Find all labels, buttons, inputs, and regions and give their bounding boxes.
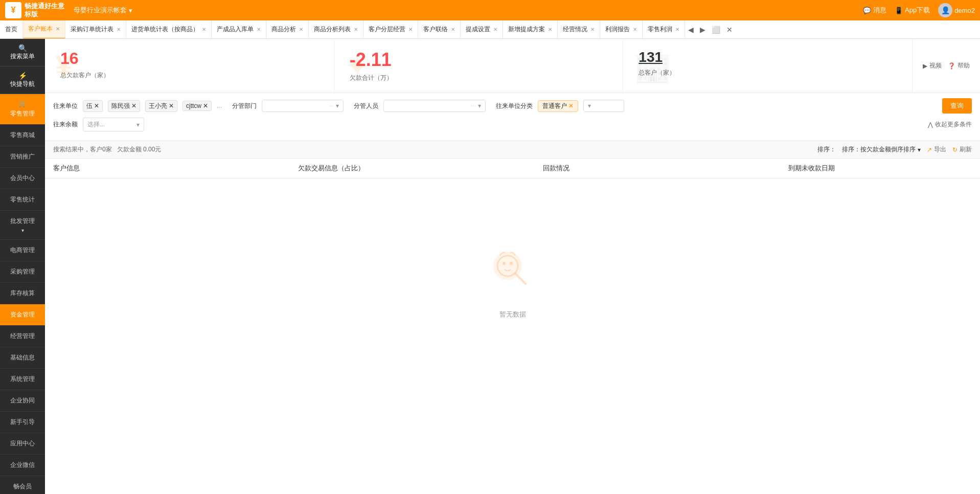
tab-business-overview[interactable]: 经营情况 ✕: [558, 20, 600, 39]
tab-maximize[interactable]: ⬜: [709, 26, 723, 34]
table-header-due-date: 到期未收款日期: [788, 164, 972, 173]
debt-customers-value: 16: [60, 49, 79, 68]
close-icon[interactable]: ✕: [548, 27, 552, 32]
app-center-label: 应用中心: [10, 439, 35, 448]
video-btn[interactable]: ▶ 视频: [923, 61, 942, 70]
balance-placeholder: 选择...: [87, 120, 134, 129]
sidebar-item-inventory[interactable]: 库存核算: [0, 283, 45, 304]
filter-more-units[interactable]: ...: [217, 102, 222, 109]
store-selector[interactable]: 母婴行业演示帐套 ▾: [74, 6, 132, 15]
sidebar-item-member[interactable]: 会员中心: [0, 168, 45, 189]
remove-normal-btn[interactable]: ✕: [568, 102, 574, 109]
remove-cjttcw-btn[interactable]: ✕: [203, 102, 208, 109]
close-icon[interactable]: ✕: [354, 27, 358, 32]
sidebar-item-guide[interactable]: 新手引导: [0, 412, 45, 433]
sidebar-item-retail-mall[interactable]: 零售商城: [0, 125, 45, 146]
table-header-payment: 回款情况: [543, 164, 788, 173]
sidebar-item-retail[interactable]: 🛒 零售管理: [0, 94, 45, 125]
tab-retail-profit[interactable]: 零售利润 ✕: [643, 20, 685, 39]
message-icon: 💬: [863, 7, 871, 14]
tab-scroll-left[interactable]: ◀: [685, 26, 697, 34]
video-icon: ▶: [923, 62, 927, 70]
tab-customer-segmentation[interactable]: 客户分层经营 ✕: [363, 20, 418, 39]
remove-wu-btn[interactable]: ✕: [94, 102, 99, 109]
tab-scroll-right[interactable]: ▶: [697, 26, 709, 34]
tab-new-commission[interactable]: 新增提成方案 ✕: [503, 20, 558, 39]
tab-home[interactable]: 首页: [0, 20, 23, 39]
svg-point-3: [503, 262, 506, 265]
sidebar-quick-nav-label: 快捷导航: [4, 80, 41, 88]
sidebar-item-enterprise[interactable]: 企业协同: [0, 390, 45, 412]
help-icon: ❓: [948, 62, 955, 70]
sidebar-item-wholesale[interactable]: 批发管理 ▾: [0, 211, 45, 240]
sidebar-item-vip[interactable]: 畅会员: [0, 476, 45, 494]
collapse-label: 收起更多条件: [935, 120, 972, 129]
collapse-btn[interactable]: ⋀ 收起更多条件: [928, 120, 972, 129]
chevron-down-icon: ▾: [129, 7, 132, 14]
result-bar: 搜索结果中，客户0家 欠款金额 0.00元 排序： 排序：按欠款金额倒序排序 ▾…: [45, 141, 980, 159]
close-icon[interactable]: ✕: [590, 27, 595, 32]
balance-select[interactable]: 选择... ▾: [83, 118, 144, 131]
tab-commission-settings[interactable]: 提成设置 ✕: [461, 20, 503, 39]
close-icon[interactable]: ✕: [202, 27, 206, 32]
empty-text: 暂无数据: [499, 310, 526, 319]
sidebar-item-app-center[interactable]: 应用中心: [0, 433, 45, 455]
close-icon[interactable]: ✕: [56, 26, 60, 32]
dept-select[interactable]: ··· ▾: [262, 100, 344, 112]
svg-line-2: [515, 274, 526, 284]
unit-type-select[interactable]: ▾: [583, 100, 624, 112]
dept-more-icon: ···: [329, 102, 334, 109]
close-icon[interactable]: ✕: [117, 27, 121, 32]
enterprise-label: 企业协同: [10, 396, 35, 405]
tab-customer-segmentation-label: 客户分层经营: [369, 25, 405, 34]
content-area: ¥ 16 总欠款客户（家） ✦ -2.11 欠款合计（万） 🏢 131 总客户（…: [45, 39, 980, 494]
tab-product-analysis-list[interactable]: 商品分析列表 ✕: [309, 20, 363, 39]
filter-area: 往来单位 伍 ✕ 陈民强 ✕ 王小亮 ✕ cjttcw ✕: [45, 93, 980, 141]
tab-purchase-order[interactable]: 采购订单统计表 ✕: [65, 20, 126, 39]
query-button[interactable]: 查询: [942, 98, 972, 114]
sort-select[interactable]: 排序：按欠款金额倒序排序 ▾: [842, 145, 921, 154]
debt-total-value: -2.11: [350, 49, 392, 71]
tab-inbound-stats-label: 进货单统计表（按商品）: [131, 25, 199, 34]
sidebar-quick-nav[interactable]: ⚡ 快捷导航: [0, 66, 45, 94]
sidebar-item-wechat[interactable]: 企业微信: [0, 455, 45, 476]
close-icon[interactable]: ✕: [408, 27, 413, 32]
tab-profit-report[interactable]: 利润报告 ✕: [600, 20, 643, 39]
remove-chen-btn[interactable]: ✕: [131, 102, 136, 109]
message-btn[interactable]: 💬 消息: [863, 6, 886, 15]
export-btn[interactable]: ↗ 导出: [927, 145, 946, 154]
close-icon[interactable]: ✕: [675, 27, 679, 32]
tab-close-all[interactable]: ✕: [723, 26, 736, 34]
sidebar-item-ecommerce[interactable]: 电商管理: [0, 240, 45, 261]
tab-customer-ledger[interactable]: 客户账本 ✕: [23, 20, 65, 39]
sidebar-item-retail-stats[interactable]: 零售统计: [0, 189, 45, 211]
sidebar-search[interactable]: 🔍 搜索菜单: [0, 39, 45, 66]
unit-type-filter-label: 往来单位分类: [496, 102, 533, 110]
person-select[interactable]: ··· ▾: [383, 100, 486, 112]
close-icon[interactable]: ✕: [257, 27, 261, 32]
remove-wang-btn[interactable]: ✕: [169, 102, 174, 109]
sidebar-item-system[interactable]: 系统管理: [0, 369, 45, 390]
sidebar-item-base-info[interactable]: 基础信息: [0, 347, 45, 369]
tab-product-inbound[interactable]: 产成品入库单 ✕: [212, 20, 266, 39]
sidebar-item-finance[interactable]: 资金管理: [0, 304, 45, 326]
close-icon[interactable]: ✕: [633, 27, 637, 32]
logo-icon: ¥: [5, 2, 21, 18]
sidebar-item-marketing[interactable]: 营销推广: [0, 146, 45, 168]
app-download-btn[interactable]: 📱 App下载: [895, 6, 930, 15]
close-icon[interactable]: ✕: [451, 27, 455, 32]
close-icon[interactable]: ✕: [493, 27, 497, 32]
refresh-btn[interactable]: ↻ 刷新: [952, 145, 972, 154]
close-icon[interactable]: ✕: [299, 27, 303, 32]
tab-inbound-stats[interactable]: 进货单统计表（按商品） ✕: [126, 20, 212, 39]
help-btn[interactable]: ❓ 帮助: [948, 61, 970, 70]
sidebar-item-business[interactable]: 经营管理: [0, 326, 45, 347]
finance-label: 资金管理: [10, 310, 35, 319]
tab-customer-contact[interactable]: 客户联络 ✕: [418, 20, 461, 39]
sidebar-item-purchase[interactable]: 采购管理: [0, 261, 45, 283]
user-profile[interactable]: 👤 demo2: [938, 3, 975, 17]
app-download-label: App下载: [905, 6, 930, 15]
tab-product-analysis[interactable]: 商品分析 ✕: [266, 20, 309, 39]
unit-tag-chen: 陈民强 ✕: [108, 100, 140, 112]
export-icon: ↗: [927, 146, 932, 153]
